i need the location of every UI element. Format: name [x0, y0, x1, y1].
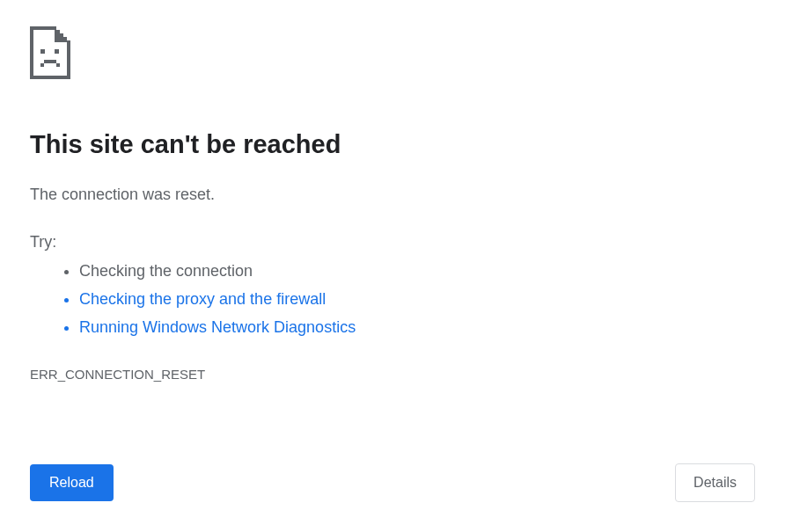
svg-rect-4 [55, 49, 59, 54]
svg-rect-1 [60, 35, 62, 38]
details-button[interactable]: Details [675, 463, 755, 502]
suggestions-list: Checking the connection Checking the pro… [30, 257, 755, 342]
sad-page-icon [30, 26, 70, 79]
suggestion-check-connection: Checking the connection [79, 257, 755, 285]
error-code: ERR_CONNECTION_RESET [30, 367, 755, 382]
error-title: This site can't be reached [30, 128, 755, 162]
svg-rect-2 [63, 39, 66, 41]
error-icon-container [30, 26, 755, 79]
svg-rect-6 [44, 60, 56, 63]
button-row: Reload Details [30, 463, 755, 502]
svg-rect-7 [56, 63, 60, 67]
error-subtitle: The connection was reset. [30, 183, 755, 207]
try-label: Try: [30, 233, 755, 251]
svg-rect-5 [40, 63, 44, 67]
reload-button[interactable]: Reload [30, 464, 114, 501]
suggestion-check-proxy-link[interactable]: Checking the proxy and the firewall [79, 285, 755, 313]
svg-rect-0 [56, 32, 59, 34]
error-page: This site can't be reached The connectio… [0, 0, 785, 408]
svg-rect-3 [40, 49, 45, 54]
suggestion-run-diagnostics-link[interactable]: Running Windows Network Diagnostics [79, 313, 755, 341]
